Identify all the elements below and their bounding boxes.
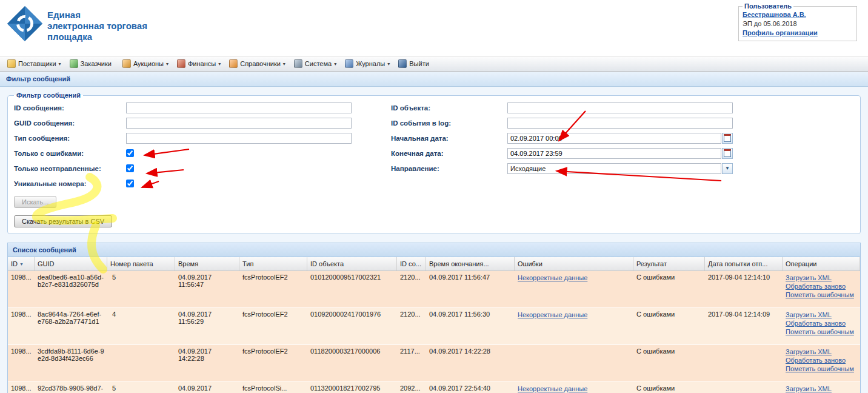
column-header[interactable]: ID со... — [397, 257, 426, 270]
user-panel-legend: Пользователь — [743, 2, 793, 10]
page: Единая электронная торговая площадка Пол… — [0, 0, 868, 393]
menu-item-label: Заказчики — [81, 60, 112, 67]
cell-operations: Загрузить XML Обработать заново Пометить… — [783, 345, 860, 381]
menu-item-label: Аукционы — [133, 60, 164, 67]
message-guid-input[interactable] — [126, 118, 352, 129]
brand-line-2: электронная торговая — [47, 21, 147, 32]
menu-item[interactable]: Журналы ▾ — [341, 58, 395, 69]
operation-link[interactable]: Загрузить XML — [786, 385, 857, 393]
operation-link[interactable]: Пометить ошибочным — [786, 291, 857, 299]
page-title-bar: Фильтр сообщений — [0, 72, 868, 87]
column-header[interactable]: Номер пакета — [107, 257, 175, 270]
unique-numbers-checkbox[interactable] — [126, 180, 134, 187]
column-header[interactable]: Время окончания... — [426, 257, 515, 270]
cell-type: fcsProtocolSi... — [239, 382, 307, 393]
cell-result: С ошибками — [633, 382, 705, 393]
menu-item-label: Журналы — [356, 60, 385, 67]
end-date-input[interactable] — [507, 148, 721, 159]
calendar-icon[interactable] — [722, 148, 733, 159]
message-type-input[interactable] — [126, 133, 352, 144]
menu-item-label: Выйти — [409, 60, 429, 67]
menu-item[interactable]: Поставщики ▾ — [4, 58, 66, 69]
column-label: Время окончания... — [429, 260, 489, 267]
error-details-link[interactable]: Некорректные данные — [518, 274, 587, 281]
operation-link[interactable]: Пометить ошибочным — [786, 364, 857, 373]
table-row: 1098... dea0bed6-ea10-a56d-b2c7-e831d326… — [8, 271, 860, 308]
operation-link[interactable]: Обработать заново — [786, 356, 857, 364]
csv-download-button[interactable]: Скачать результаты в CSV — [14, 215, 112, 227]
menu-item[interactable]: Финансы ▾ — [173, 58, 225, 69]
menu-item[interactable]: Выйти — [395, 58, 436, 69]
message-id-input[interactable] — [126, 102, 352, 113]
menu-item[interactable]: Аукционы ▾ — [119, 58, 173, 69]
object-id-input[interactable] — [507, 102, 733, 113]
operation-link[interactable]: Пометить ошибочным — [786, 328, 857, 336]
directories-icon — [229, 59, 238, 68]
cell-operations: Загрузить XML Обработать заново Пометить… — [783, 271, 860, 307]
only-errors-checkbox[interactable] — [126, 149, 134, 157]
chevron-down-icon: ▾ — [283, 61, 285, 67]
table-row: 1098... 92cd378b-9905-98d7-e5... 5 04.09… — [8, 382, 860, 393]
column-label: Тип — [242, 260, 253, 267]
cell-time: 04.09.2017 22:54:40 — [175, 382, 239, 393]
cell-object-id: 0101200009517002321 — [307, 271, 397, 307]
error-details-link[interactable]: Некорректные данные — [518, 385, 587, 392]
column-label: Ошибки — [518, 260, 542, 267]
cell-errors — [515, 345, 633, 381]
cell-id: 1098... — [8, 382, 35, 393]
column-label: Дата попытки отп... — [708, 260, 767, 267]
filter-left-column: ID сообщения: GUID сообщения: Тип сообще… — [14, 100, 391, 227]
menu-item[interactable]: Справочники ▾ — [225, 58, 290, 69]
column-header[interactable]: ID ▼ — [8, 257, 35, 270]
org-profile-link[interactable]: Профиль организации — [743, 29, 853, 38]
calendar-icon[interactable] — [722, 133, 733, 144]
user-name-link[interactable]: Бесстрашнова А.В. — [743, 10, 853, 19]
cell-time: 04.09.2017 14:22:28 — [175, 345, 239, 381]
messages-panel-title: Список сообщений — [13, 246, 76, 254]
cell-end-time: 04.09.2017 11:56:30 — [426, 308, 515, 344]
column-header[interactable]: ID объекта — [307, 257, 397, 270]
operation-link[interactable]: Обработать заново — [786, 319, 857, 328]
chevron-down-icon[interactable]: ▼ — [722, 163, 733, 174]
auctions-icon — [122, 59, 131, 68]
error-details-link[interactable]: Некорректные данные — [518, 311, 587, 318]
operation-link[interactable]: Загрузить XML — [786, 274, 857, 282]
cell-packet-number: 4 — [107, 308, 175, 344]
menu-item[interactable]: Заказчики — [66, 58, 119, 69]
column-header[interactable]: Дата попытки отп... — [705, 257, 783, 270]
direction-select[interactable]: Исходящие ▼ — [507, 163, 733, 174]
log-event-id-input[interactable] — [507, 118, 733, 129]
messages-panel-header: Список сообщений — [8, 243, 860, 257]
cell-time: 04.09.2017 11:56:29 — [175, 308, 239, 344]
column-header[interactable]: Операции — [783, 257, 860, 270]
operation-link[interactable]: Загрузить XML — [786, 348, 857, 356]
finance-icon — [177, 59, 185, 68]
only-unsent-label: Только неотправленные: — [14, 165, 126, 172]
unique-numbers-label: Уникальные номера: — [14, 180, 126, 187]
exit-icon — [398, 59, 407, 68]
operation-link[interactable]: Обработать заново — [786, 282, 857, 291]
start-date-input[interactable] — [507, 133, 721, 144]
menu-item-label: Справочники — [240, 60, 281, 67]
operation-link[interactable]: Загрузить XML — [786, 311, 857, 319]
column-header[interactable]: Результат — [633, 257, 705, 270]
cell-id: 1098... — [8, 271, 35, 307]
cell-result: С ошибками — [633, 271, 705, 307]
column-header[interactable]: Время — [175, 257, 239, 270]
filter-legend: Фильтр сообщений — [14, 92, 83, 99]
column-header[interactable]: GUID — [35, 257, 107, 270]
chevron-down-icon: ▾ — [334, 61, 336, 67]
message-guid-label: GUID сообщения: — [14, 119, 126, 127]
cell-end-time: 04.09.2017 11:56:47 — [426, 271, 515, 307]
sort-icon: ▼ — [19, 262, 24, 266]
menu-item-label: Финансы — [188, 60, 216, 67]
menu-item[interactable]: Система ▾ — [290, 58, 341, 69]
chevron-down-icon: ▾ — [218, 61, 221, 67]
only-unsent-checkbox[interactable] — [126, 164, 134, 172]
search-button[interactable]: Искать... — [14, 196, 56, 208]
column-label: Результат — [636, 260, 667, 267]
object-id-label: ID объекта: — [391, 104, 507, 112]
column-header[interactable]: Ошибки — [515, 257, 633, 270]
column-header[interactable]: Тип — [239, 257, 307, 270]
cell-operations: Загрузить XML Обработать заново Пометить… — [783, 308, 860, 344]
